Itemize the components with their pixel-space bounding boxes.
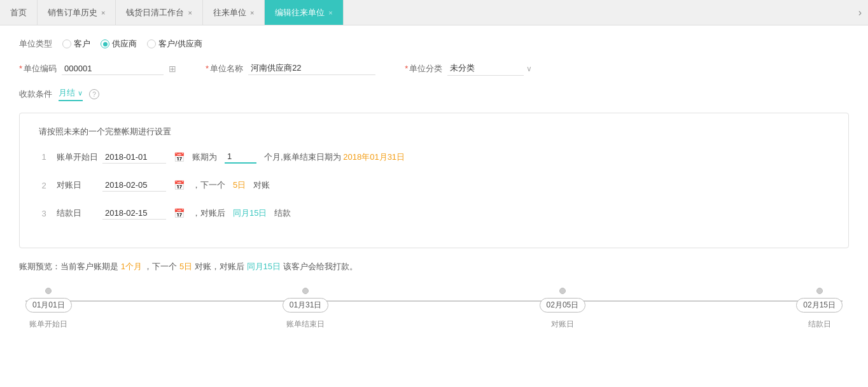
calendar-icon-2[interactable]: 📅 xyxy=(174,180,185,190)
timeline-label-1: 账单结束日 xyxy=(286,319,325,330)
unit-name-group: *单位名称 xyxy=(206,62,375,75)
tab-edit-partner[interactable]: 编辑往来单位 × xyxy=(265,0,343,25)
radio-customer[interactable]: 客户 xyxy=(62,38,90,50)
timeline-item-3: 02月15日 结款日 xyxy=(796,288,843,330)
row-desc-after-1: 个月,账单结束日期为 2018年01月31日 xyxy=(264,151,405,163)
row-desc-before-3: ，对账后 xyxy=(192,208,225,219)
timeline-label-3: 结款日 xyxy=(808,319,831,330)
settlement-row-3: 3 结款日 📅 ，对账后 同月15日 结款 xyxy=(39,207,829,220)
unit-name-input[interactable] xyxy=(248,62,375,75)
tab-sales-order-history-label: 销售订单历史 xyxy=(48,7,97,18)
required-star-name: * xyxy=(206,64,209,73)
date-input-3[interactable] xyxy=(102,207,166,220)
unit-code-label: *单位编码 xyxy=(19,63,57,74)
preview-part2: 5日 xyxy=(179,262,192,271)
tab-cash-reconciliation-label: 钱货日清工作台 xyxy=(126,7,184,18)
preview-prefix: 账期预览：当前客户账期是 xyxy=(19,262,118,271)
timeline-label-2: 对账日 xyxy=(551,319,574,330)
unit-category-select[interactable]: 未分类 ∨ xyxy=(447,61,532,76)
timeline-dot-3 xyxy=(816,288,823,294)
preview-sep2: 对账，对账后 xyxy=(195,262,244,271)
payment-condition-row: 收款条件 月结 ∨ ? xyxy=(19,87,849,101)
payment-condition-select[interactable]: 月结 ∨ xyxy=(59,87,83,101)
tab-partner-units-label: 往来单位 xyxy=(213,7,246,18)
row-label-2: 对账日 xyxy=(57,179,95,191)
radio-supplier[interactable]: 供应商 xyxy=(101,38,137,50)
tab-cash-reconciliation-close[interactable]: × xyxy=(188,9,192,17)
row-desc-before-1: 账期为 xyxy=(192,151,217,163)
required-star-code: * xyxy=(19,64,22,73)
row-desc-after-3: 结款 xyxy=(274,208,291,219)
radio-customer-label: 客户 xyxy=(74,38,90,50)
timeline-tag-2: 02月05日 xyxy=(540,298,586,313)
unit-details-row: *单位编码 ⊞ *单位名称 *单位分类 未分类 ∨ xyxy=(19,61,849,76)
copy-icon[interactable]: ⊞ xyxy=(169,64,176,74)
radio-both[interactable]: 客户/供应商 xyxy=(147,38,202,50)
period-input[interactable] xyxy=(225,150,256,164)
unit-code-group: *单位编码 ⊞ xyxy=(19,62,176,75)
calendar-icon-3[interactable]: 📅 xyxy=(174,208,185,218)
tab-edit-partner-close[interactable]: × xyxy=(328,9,332,17)
tab-edit-partner-label: 编辑往来单位 xyxy=(275,7,325,18)
preview-part1: 1个月 xyxy=(121,262,142,271)
timeline-container: 01月01日 账单开始日 01月31日 账单结束日 02月05日 对账日 02月… xyxy=(19,288,849,330)
radio-both-label: 客户/供应商 xyxy=(158,38,202,50)
row-highlight-2: 5日 xyxy=(233,179,246,191)
unit-type-label: 单位类型 xyxy=(19,38,52,50)
preview-suffix: 该客户会给我打款。 xyxy=(283,262,358,271)
tab-partner-units-close[interactable]: × xyxy=(250,9,254,17)
timeline-dot-0 xyxy=(45,288,52,294)
row-highlight-3: 同月15日 xyxy=(233,208,267,219)
timeline-label-0: 账单开始日 xyxy=(29,319,67,330)
unit-category-value: 未分类 xyxy=(447,61,524,76)
timeline-dot-2 xyxy=(559,288,566,294)
tab-cash-reconciliation[interactable]: 钱货日清工作台 × xyxy=(116,0,202,25)
unit-type-row: 单位类型 客户 供应商 客户/供应商 xyxy=(19,38,849,50)
radio-supplier-label: 供应商 xyxy=(112,38,137,50)
calendar-icon-1[interactable]: 📅 xyxy=(174,152,185,162)
timeline-item-2: 02月05日 对账日 xyxy=(540,288,586,330)
main-content: 单位类型 客户 供应商 客户/供应商 *单位编码 ⊞ xyxy=(0,25,868,387)
tab-home[interactable]: 首页 xyxy=(0,0,38,25)
row-number-2: 2 xyxy=(39,181,49,190)
preview-part3: 同月15日 xyxy=(247,262,281,271)
row-label-3: 结款日 xyxy=(57,208,95,219)
payment-condition-label: 收款条件 xyxy=(19,88,52,100)
preview-sep1: ，下一个 xyxy=(144,262,177,271)
unit-type-radio-group: 客户 供应商 客户/供应商 xyxy=(62,38,202,50)
radio-both-circle xyxy=(147,39,156,48)
payment-condition-value: 月结 xyxy=(59,87,75,99)
settlement-title: 请按照未来的一个完整帐期进行设置 xyxy=(39,126,829,137)
tab-partner-units[interactable]: 往来单位 × xyxy=(203,0,265,25)
unit-category-group: *单位分类 未分类 ∨ xyxy=(405,61,532,76)
row-highlight-1: 2018年01月31日 xyxy=(343,152,405,162)
tab-scroll-arrow[interactable]: › xyxy=(852,0,868,25)
tab-sales-order-history-close[interactable]: × xyxy=(101,9,105,17)
unit-code-input[interactable] xyxy=(62,62,164,75)
unit-category-chevron[interactable]: ∨ xyxy=(526,64,532,73)
row-desc-after-2: 对账 xyxy=(253,179,270,191)
row-desc-before-2: ，下一个 xyxy=(192,179,225,191)
tab-home-label: 首页 xyxy=(10,7,27,18)
timeline-items: 01月01日 账单开始日 01月31日 账单结束日 02月05日 对账日 02月… xyxy=(25,288,843,330)
tab-sales-order-history[interactable]: 销售订单历史 × xyxy=(38,0,116,25)
radio-supplier-circle xyxy=(101,39,109,48)
settlement-row-1: 1 账单开始日 📅 账期为 个月,账单结束日期为 2018年01月31日 xyxy=(39,150,829,164)
timeline-tag-0: 01月01日 xyxy=(25,298,72,313)
date-input-2[interactable] xyxy=(102,179,166,192)
timeline-item-0: 01月01日 账单开始日 xyxy=(25,288,72,330)
help-icon[interactable]: ? xyxy=(89,89,99,99)
timeline-item-1: 01月31日 账单结束日 xyxy=(283,288,329,330)
row-number-3: 3 xyxy=(39,209,49,218)
unit-name-label: *单位名称 xyxy=(206,63,243,74)
unit-category-label: *单位分类 xyxy=(405,63,442,74)
payment-condition-chevron[interactable]: ∨ xyxy=(78,89,83,97)
radio-customer-circle xyxy=(62,39,71,48)
row-label-1: 账单开始日 xyxy=(57,151,95,163)
tabs-bar: 首页 销售订单历史 × 钱货日清工作台 × 往来单位 × 编辑往来单位 × › xyxy=(0,0,868,25)
settlement-row-2: 2 对账日 📅 ，下一个 5日 对账 xyxy=(39,179,829,192)
preview-text: 账期预览：当前客户账期是 1个月 ，下一个 5日 对账，对账后 同月15日 该客… xyxy=(19,261,849,272)
settlement-box: 请按照未来的一个完整帐期进行设置 1 账单开始日 📅 账期为 个月,账单结束日期… xyxy=(19,113,849,248)
row-number-1: 1 xyxy=(39,152,49,162)
date-input-1[interactable] xyxy=(102,151,166,164)
